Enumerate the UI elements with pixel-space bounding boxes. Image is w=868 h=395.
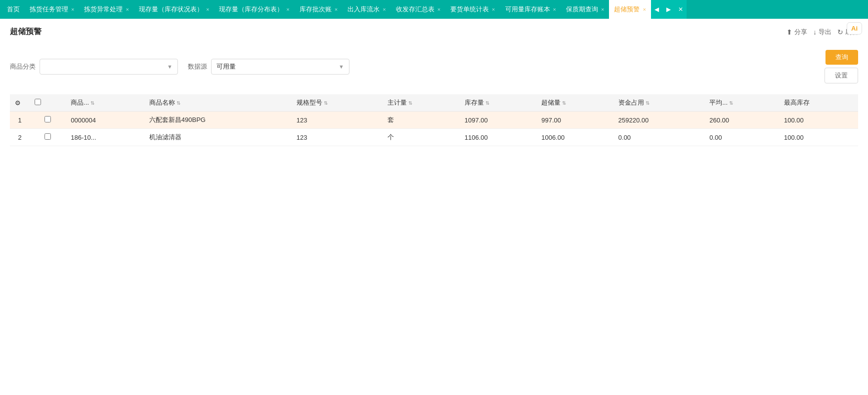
filter-bar: 商品分类 ▼ 数据源 可用量 ▼ 查询 设置 bbox=[10, 45, 858, 88]
datasource-label: 数据源 bbox=[188, 62, 207, 71]
th-settings[interactable]: ⚙ bbox=[10, 94, 30, 112]
datasource-value: 可用量 bbox=[217, 62, 236, 71]
product-code: 0000004 bbox=[66, 112, 144, 129]
th-overstock[interactable]: 超储量 ⇅ bbox=[536, 94, 613, 112]
sort-icon: ⇅ bbox=[729, 100, 733, 106]
nav-home[interactable]: 首页 bbox=[2, 0, 25, 19]
max-stock: 100.00 bbox=[779, 129, 858, 146]
nav-batch-account[interactable]: 库存批次账 × bbox=[295, 0, 343, 19]
capital-amount: 0.00 bbox=[613, 129, 704, 146]
nav-expiry-query[interactable]: 保质期查询 × bbox=[561, 0, 609, 19]
sort-icon: ⇅ bbox=[176, 100, 180, 106]
nav-inventory-status[interactable]: 现存量（库存状况表） × bbox=[134, 0, 214, 19]
page-title: 超储预警 bbox=[10, 27, 42, 37]
overstock-qty: 997.00 bbox=[536, 112, 613, 129]
row-number: 2 bbox=[10, 129, 30, 146]
th-checkbox[interactable] bbox=[30, 94, 66, 112]
nav-close-all-arrow[interactable]: ✕ bbox=[675, 0, 687, 19]
nav-inventory-dist[interactable]: 现存量（库存分布表） × bbox=[214, 0, 294, 19]
nav-in-out-flow[interactable]: 出入库流水 × bbox=[343, 0, 391, 19]
close-icon[interactable]: × bbox=[553, 6, 556, 12]
close-icon[interactable]: × bbox=[206, 6, 209, 12]
th-capital[interactable]: 资金占用 ⇅ bbox=[613, 94, 704, 112]
select-all-checkbox[interactable] bbox=[35, 99, 41, 105]
nav-next-arrow[interactable]: ▶ bbox=[663, 0, 675, 19]
product-name: 六配套新昌490BPG bbox=[144, 112, 292, 129]
nav-pick-task[interactable]: 拣货任务管理 × bbox=[25, 0, 79, 19]
overstock-qty: 1006.00 bbox=[536, 129, 613, 146]
spec: 123 bbox=[292, 112, 383, 129]
datasource-select[interactable]: 可用量 ▼ bbox=[211, 59, 349, 75]
export-button[interactable]: ↓ 导出 bbox=[813, 28, 831, 37]
th-max-stock: 最高库存 bbox=[779, 94, 858, 112]
th-avg[interactable]: 平均... ⇅ bbox=[704, 94, 779, 112]
spec: 123 bbox=[292, 129, 383, 146]
row-checkbox-cell[interactable] bbox=[30, 112, 66, 129]
page-header: 超储预警 ⬆ 分享 ↓ 导出 ↻ 刷新 bbox=[10, 27, 858, 37]
product-code: 186-10... bbox=[66, 129, 144, 146]
product-name: 机油滤清器 bbox=[144, 129, 292, 146]
export-icon: ↓ bbox=[813, 28, 817, 36]
category-filter: 商品分类 ▼ bbox=[10, 59, 178, 75]
th-stock[interactable]: 库存量 ⇅ bbox=[460, 94, 537, 112]
table-row: 1 0000004 六配套新昌490BPG 123 套 1097.00 997.… bbox=[10, 112, 858, 129]
chevron-down-icon: ▼ bbox=[167, 64, 173, 70]
th-product-code[interactable]: 商品... ⇅ bbox=[66, 94, 144, 112]
query-button[interactable]: 查询 bbox=[825, 50, 858, 65]
sort-icon: ⇅ bbox=[324, 100, 328, 106]
close-icon[interactable]: × bbox=[601, 6, 604, 12]
stock-qty: 1097.00 bbox=[460, 112, 537, 129]
sort-icon: ⇅ bbox=[646, 100, 650, 106]
nav-summary[interactable]: 收发存汇总表 × bbox=[391, 0, 445, 19]
row-number: 1 bbox=[10, 112, 30, 129]
top-navigation: 首页 拣货任务管理 × 拣货异常处理 × 现存量（库存状况表） × 现存量（库存… bbox=[0, 0, 868, 19]
close-icon[interactable]: × bbox=[643, 6, 646, 12]
sort-icon: ⇅ bbox=[485, 100, 489, 106]
share-button[interactable]: ⬆ 分享 bbox=[786, 28, 807, 37]
close-icon[interactable]: × bbox=[71, 6, 74, 12]
unit: 个 bbox=[383, 129, 460, 146]
close-icon[interactable]: × bbox=[492, 6, 495, 12]
close-icon[interactable]: × bbox=[335, 6, 338, 12]
settings-button[interactable]: 设置 bbox=[825, 68, 858, 83]
nav-available-ledger[interactable]: 可用量库存账本 × bbox=[500, 0, 561, 19]
close-icon[interactable]: × bbox=[126, 6, 129, 12]
unit: 套 bbox=[383, 112, 460, 129]
avg-value: 0.00 bbox=[704, 129, 779, 146]
th-product-name[interactable]: 商品名称 ⇅ bbox=[144, 94, 292, 112]
main-content: 超储预警 ⬆ 分享 ↓ 导出 ↻ 刷新 商品分类 ▼ 数据源 bbox=[0, 19, 868, 395]
stock-qty: 1106.00 bbox=[460, 129, 537, 146]
close-icon[interactable]: × bbox=[286, 6, 289, 12]
ai-badge[interactable]: Ai bbox=[847, 22, 862, 35]
table-row: 2 186-10... 机油滤清器 123 个 1106.00 1006.00 … bbox=[10, 129, 858, 146]
close-icon[interactable]: × bbox=[437, 6, 440, 12]
row-checkbox[interactable] bbox=[44, 116, 51, 122]
datasource-filter: 数据源 可用量 ▼ bbox=[188, 59, 349, 75]
sort-icon: ⇅ bbox=[562, 100, 566, 106]
row-checkbox-cell[interactable] bbox=[30, 129, 66, 146]
sort-icon: ⇅ bbox=[408, 100, 412, 106]
nav-overstock-warning[interactable]: 超储预警 × bbox=[609, 0, 651, 19]
table-header-row: ⚙ 商品... ⇅ 商品名称 ⇅ bbox=[10, 94, 858, 112]
avg-value: 260.00 bbox=[704, 112, 779, 129]
data-table: ⚙ 商品... ⇅ 商品名称 ⇅ bbox=[10, 94, 858, 146]
th-spec[interactable]: 规格型号 ⇅ bbox=[292, 94, 383, 112]
category-select[interactable]: ▼ bbox=[40, 59, 178, 75]
chevron-down-icon: ▼ bbox=[339, 64, 344, 70]
share-icon: ⬆ bbox=[786, 28, 792, 36]
refresh-icon: ↻ bbox=[837, 28, 843, 36]
settings-icon[interactable]: ⚙ bbox=[15, 99, 21, 107]
nav-demand-stat[interactable]: 要货单统计表 × bbox=[445, 0, 500, 19]
capital-amount: 259220.00 bbox=[613, 112, 704, 129]
nav-prev-arrow[interactable]: ◀ bbox=[651, 0, 663, 19]
row-checkbox[interactable] bbox=[44, 133, 51, 140]
category-label: 商品分类 bbox=[10, 62, 36, 71]
sort-icon: ⇅ bbox=[90, 100, 94, 106]
close-icon[interactable]: × bbox=[383, 6, 386, 12]
th-unit[interactable]: 主计量 ⇅ bbox=[383, 94, 460, 112]
max-stock: 100.00 bbox=[779, 112, 858, 129]
nav-pick-exception[interactable]: 拣货异常处理 × bbox=[79, 0, 133, 19]
